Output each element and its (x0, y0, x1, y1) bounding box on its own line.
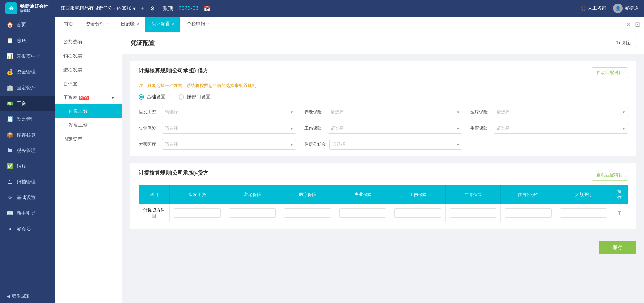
calendar-icon[interactable]: 📅 (204, 5, 210, 12)
input-daejr[interactable] (560, 208, 607, 218)
sidebar-item-vip[interactable]: ✦畅会员 (0, 221, 55, 237)
sub-menu-item-固定资产[interactable]: 固定资产 (55, 132, 122, 146)
radio-dept-setting[interactable]: 按部门设置 (179, 94, 210, 100)
tab-label-0: 首页 (64, 21, 73, 27)
refresh-button[interactable]: ↻ 刷新 (612, 38, 636, 48)
td-gongshang-input[interactable] (390, 204, 446, 222)
select-yiliao[interactable]: 请选择 ▾ (494, 107, 628, 117)
tab-个税申报[interactable]: 个税申报× (180, 17, 216, 32)
th-yanglao: 养老保险 (225, 185, 280, 204)
sidebar-item-funds[interactable]: 💰资金管理 (0, 64, 55, 80)
sub-menu-group-工资表[interactable]: 工资表NEW▾ (55, 91, 122, 104)
sidebar-item-reports[interactable]: 📊云报表中心 (0, 48, 55, 64)
tab-首页[interactable]: 首页 (58, 17, 79, 32)
tab-close-1[interactable]: × (106, 22, 109, 27)
td-zhufang-input[interactable] (501, 204, 556, 222)
sidebar-icon-invoice: 🧾 (7, 116, 13, 122)
input-zhufang[interactable] (505, 208, 552, 218)
avatar: 👤 (613, 4, 623, 13)
sidebar-item-closing[interactable]: ✅结账 (0, 158, 55, 174)
add-icon[interactable]: + (141, 5, 145, 12)
app-name: 畅捷通好会计 (20, 3, 48, 9)
sidebar-label-home: 首页 (17, 22, 26, 28)
app-version: 旗舰版 (20, 9, 48, 13)
td-shengyu-input[interactable] (445, 204, 501, 222)
field-gongshang-baoxian: 工伤保险 请选择 ▾ (304, 123, 462, 134)
tab-日记账[interactable]: 日记账× (115, 17, 145, 32)
select-arrow-icon: ▾ (291, 110, 293, 115)
credit-table: 科目 应发工资 养老保险 医疗保险 失业保险 工伤保险 生育保险 住房公积金 大… (139, 185, 628, 222)
cancel-fixed-button[interactable]: ◀ 取消固定 (0, 289, 55, 303)
tab-close-3[interactable]: × (172, 22, 174, 27)
sidebar-item-assets[interactable]: 🏢固定资产 (0, 80, 55, 96)
th-zhufang: 住房公积金 (501, 185, 556, 204)
sidebar-item-salary[interactable]: 💵工资 (0, 96, 55, 111)
select-daejr[interactable]: 请选择 ▾ (162, 139, 296, 150)
sidebar-icon-settings: ⚙ (7, 194, 13, 201)
sidebar-item-tax[interactable]: 🏛税务管理 (0, 143, 55, 158)
credit-section-header: 计提核算规则(公司承担)-贷方 自动匹配科目 (139, 170, 628, 181)
company-select[interactable]: 江西服宝精品有限责任公司内账张 ▾ (61, 5, 136, 11)
td-yingfa-input[interactable] (170, 204, 225, 222)
select-gongshang[interactable]: 请选择 ▾ (328, 123, 462, 134)
sub-menu-item-日记账[interactable]: 日记账 (55, 77, 122, 91)
sidebar-icon-home: 🏠 (7, 21, 13, 28)
delete-row-icon[interactable]: 🗑 (617, 210, 622, 216)
sidebar-label-funds: 资金管理 (17, 69, 36, 75)
close-tab-icon[interactable]: ✕ (626, 21, 631, 28)
input-yanglao[interactable] (229, 208, 276, 218)
settings-icon[interactable]: ⚙ (150, 5, 155, 12)
debit-section-header: 计提核算规则(公司承担)-借方 自动匹配科目 (139, 67, 628, 79)
radio-basic-setting[interactable]: 基础设置 (139, 94, 165, 100)
field-yiliao-baoxian: 医疗保险 请选择 ▾ (470, 107, 628, 117)
sub-menu-item-进项发票[interactable]: 进项发票 (55, 63, 122, 77)
sidebar-label-closing: 结账 (17, 163, 26, 169)
input-yingfa[interactable] (174, 208, 221, 218)
td-yiliao-input[interactable] (280, 204, 335, 222)
input-gongshang[interactable] (394, 208, 441, 218)
select-shengyu[interactable]: 请选择 ▾ (494, 123, 628, 134)
select-yingfa[interactable]: 请选择 ▾ (162, 107, 296, 117)
input-shiye[interactable] (339, 208, 386, 218)
sub-menu-label-1: 销项发票 (63, 53, 82, 59)
field-yanglao-baoxian: 养老保险 请选择 ▾ (304, 107, 462, 117)
maximize-icon[interactable]: ⊡ (635, 21, 640, 28)
sidebar-icon-assets: 🏢 (7, 85, 13, 91)
main-layout: 🏠首页📋总账📊云报表中心💰资金管理🏢固定资产💵工资🧾发票管理📦库存核算🏛税务管理… (0, 17, 644, 303)
td-yanglao-input[interactable] (225, 204, 280, 222)
select-shiye[interactable]: 请选择 ▾ (162, 123, 296, 134)
consult-button[interactable]: 🎧 人工咨询 (581, 5, 606, 11)
sidebar-item-archive[interactable]: 🗂归档管理 (0, 174, 55, 190)
account-period-value[interactable]: 2023-03 (179, 5, 199, 11)
user-area[interactable]: 👤 畅捷通 (613, 4, 639, 13)
page-header: 凭证配置 ↻ 刷新 (122, 32, 644, 54)
td-action[interactable]: 🗑 (611, 204, 628, 222)
sidebar-item-invoice[interactable]: 🧾发票管理 (0, 111, 55, 127)
tab-凭证配置[interactable]: 凭证配置× (145, 17, 180, 32)
debit-auto-match-button[interactable]: 自动匹配科目 (592, 67, 628, 78)
sub-menu-item-计提工资[interactable]: 计提工资 (55, 104, 122, 118)
sidebar-item-inventory[interactable]: 📦库存核算 (0, 127, 55, 143)
tab-close-4[interactable]: × (207, 22, 210, 27)
tab-close-2[interactable]: × (137, 22, 139, 27)
sidebar-item-home[interactable]: 🏠首页 (0, 17, 55, 33)
input-yiliao[interactable] (284, 208, 331, 218)
save-button[interactable]: 保存 (599, 241, 636, 254)
sidebar-item-guide[interactable]: 📖新手引导 (0, 205, 55, 221)
sidebar-item-ledger[interactable]: 📋总账 (0, 33, 55, 48)
sidebar-label-guide: 新手引导 (17, 210, 36, 216)
page-content: 公共选项销项发票进项发票日记账工资表NEW▾计提工资发放工资固定资产 凭证配置 … (55, 32, 644, 303)
company-name: 江西服宝精品有限责任公司内账张 (61, 5, 131, 11)
input-shengyu[interactable] (450, 208, 497, 218)
sub-menu-item-公共选项[interactable]: 公共选项 (55, 35, 122, 49)
tab-资金分析[interactable]: 资金分析× (79, 17, 115, 32)
td-daejr-input[interactable] (556, 204, 611, 222)
sidebar-icon-vip: ✦ (7, 226, 13, 232)
sidebar-item-settings[interactable]: ⚙基础设置 (0, 190, 55, 205)
select-yanglao[interactable]: 请选择 ▾ (328, 107, 462, 117)
sub-menu-item-销项发票[interactable]: 销项发票 (55, 49, 122, 63)
sub-menu-item-发放工资[interactable]: 发放工资 (55, 118, 122, 132)
select-zhufang[interactable]: 请选择 ▾ (329, 139, 462, 150)
td-shiye-input[interactable] (335, 204, 390, 222)
credit-auto-match-button[interactable]: 自动匹配科目 (592, 170, 628, 181)
